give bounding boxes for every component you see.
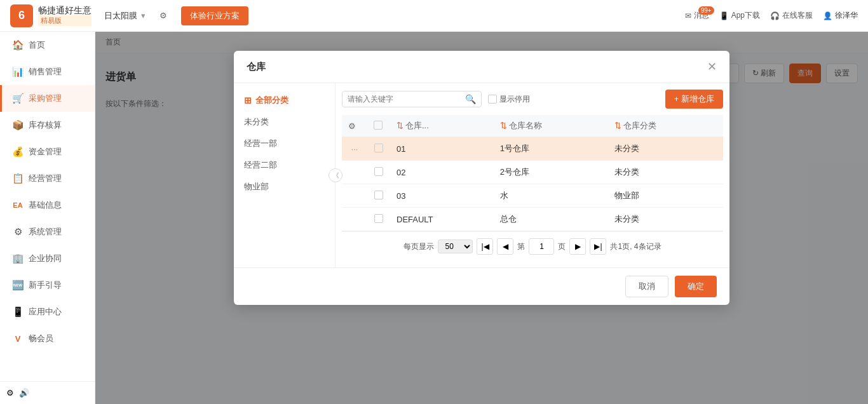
- search-input[interactable]: [348, 95, 465, 104]
- page-unit: 页: [558, 241, 566, 252]
- sidebar-item-vip[interactable]: V 畅会员: [0, 325, 95, 352]
- sidebar-item-operations[interactable]: 📋 经营管理: [0, 165, 95, 192]
- sidebar-item-home[interactable]: 🏠 首页: [0, 32, 95, 58]
- first-page-button[interactable]: |◀: [477, 238, 493, 255]
- vip-icon: V: [12, 333, 24, 344]
- row-checkbox-cell: [367, 208, 390, 231]
- row-category: 物业部: [608, 184, 723, 208]
- sidebar-item-basic[interactable]: EA 基础信息: [0, 192, 95, 219]
- sidebar-item-label: 资金管理: [29, 146, 62, 158]
- sidebar-item-system[interactable]: ⚙ 系统管理: [0, 219, 95, 245]
- row-checkbox[interactable]: [374, 167, 383, 176]
- category-collapse-button[interactable]: 《: [329, 168, 342, 182]
- modal-close-button[interactable]: ✕: [707, 60, 717, 74]
- table-row[interactable]: 02 2号仓库 未分类: [342, 161, 723, 184]
- table-body: ··· 01 1号仓库 未分类 02: [342, 137, 723, 231]
- basic-icon: EA: [12, 199, 24, 211]
- category-item-property[interactable]: 物业部: [234, 176, 335, 198]
- sidebar-item-purchase[interactable]: 🛒 采购管理: [0, 85, 95, 112]
- trial-button[interactable]: 体验行业方案: [181, 6, 248, 25]
- row-num: DEFAULT: [390, 208, 494, 231]
- message-button[interactable]: ✉ 消息 99+: [685, 10, 709, 21]
- modal-footer: 取消 确定: [234, 267, 729, 305]
- category-all-label: 全部分类: [255, 95, 288, 106]
- main-layout: 🏠 首页 📊 销售管理 🛒 采购管理 📦 库存核算 💰 资金管理 📋 经营管理 …: [0, 32, 868, 404]
- category-item-ops1[interactable]: 经营一部: [234, 133, 335, 154]
- store-name: 日太阳膜: [104, 10, 137, 22]
- category-item-unclassified[interactable]: 未分类: [234, 111, 335, 133]
- sidebar-item-app-center[interactable]: 📱 应用中心: [0, 299, 95, 325]
- search-box: 🔍: [342, 91, 482, 107]
- app-download-label: App下载: [731, 10, 760, 21]
- show-disabled-label[interactable]: 显示停用: [488, 94, 530, 105]
- sidebar-item-label: 基础信息: [29, 199, 62, 211]
- sidebar-item-label: 系统管理: [29, 226, 62, 238]
- row-checkbox-cell: [367, 161, 390, 184]
- user-name: 徐泽华: [835, 10, 858, 21]
- home-icon: 🏠: [12, 39, 24, 51]
- settings-bottom-icon[interactable]: ⚙: [6, 388, 14, 398]
- page-size-select[interactable]: 50 20 100: [438, 239, 473, 253]
- headset-icon: 🎧: [770, 11, 780, 20]
- search-icon[interactable]: 🔍: [465, 94, 476, 104]
- store-selector[interactable]: 日太阳膜 ▾: [104, 10, 146, 22]
- table-row[interactable]: ··· 01 1号仓库 未分类: [342, 137, 723, 161]
- sidebar-item-sales[interactable]: 📊 销售管理: [0, 58, 95, 85]
- modal-overlay: 仓库 ✕ ⊞ 全部分类 未分类 经营一部 经营二部 物业部: [95, 32, 868, 404]
- row-checkbox[interactable]: [374, 144, 383, 152]
- mobile-icon: 📱: [12, 306, 24, 318]
- sound-icon[interactable]: 🔊: [19, 388, 29, 398]
- warehouse-table-wrap: ⚙ ⇅仓库... ⇅仓库名称: [342, 115, 723, 231]
- phone-icon: 📱: [719, 11, 729, 20]
- app-download-button[interactable]: 📱 App下载: [719, 10, 760, 21]
- row-dots-menu[interactable]: ···: [351, 144, 358, 154]
- row-name: 1号仓库: [494, 137, 609, 161]
- main-content: 首页 进货单 🖨 印 ⬆ 导出 ↻ 刷新 查询 设置 按以下条件筛选： 仓: [95, 32, 868, 404]
- next-page-button[interactable]: ▶: [569, 238, 586, 255]
- confirm-button[interactable]: 确定: [675, 276, 717, 297]
- box-icon: 📦: [12, 119, 24, 131]
- row-actions: [342, 161, 367, 184]
- money-icon: 💰: [12, 146, 24, 158]
- category-item-ops2[interactable]: 经营二部: [234, 154, 335, 176]
- sidebar-item-finance[interactable]: 💰 资金管理: [0, 138, 95, 165]
- sidebar-item-guide[interactable]: 🆕 新手引导: [0, 272, 95, 299]
- row-actions: [342, 184, 367, 208]
- message-icon: ✉: [685, 11, 691, 20]
- sidebar-item-label: 库存核算: [29, 119, 62, 131]
- settings-gear-button[interactable]: ⚙: [153, 6, 173, 26]
- online-service-button[interactable]: 🎧 在线客服: [770, 10, 813, 21]
- sidebar-item-corp[interactable]: 🏢 企业协同: [0, 245, 95, 272]
- sidebar-item-inventory[interactable]: 📦 库存核算: [0, 112, 95, 138]
- th-checkbox: [367, 115, 390, 137]
- sidebar-item-label: 采购管理: [29, 93, 62, 104]
- table-header: ⚙ ⇅仓库... ⇅仓库名称: [342, 115, 723, 137]
- add-warehouse-button[interactable]: + 新增仓库: [665, 90, 723, 109]
- row-num: 01: [390, 137, 494, 161]
- row-name: 总仓: [494, 208, 609, 231]
- new-icon: 🆕: [12, 279, 24, 291]
- prev-page-button[interactable]: ◀: [497, 238, 513, 255]
- row-actions: ···: [342, 137, 367, 161]
- table-row[interactable]: 03 水 物业部: [342, 184, 723, 208]
- row-category: 未分类: [608, 208, 723, 231]
- sidebar-item-label: 企业协同: [29, 253, 62, 264]
- current-page-input[interactable]: [529, 238, 554, 255]
- show-disabled-checkbox[interactable]: [488, 95, 497, 104]
- cancel-button[interactable]: 取消: [625, 276, 668, 297]
- table-row[interactable]: DEFAULT 总仓 未分类: [342, 208, 723, 231]
- row-checkbox[interactable]: [374, 191, 383, 199]
- brand-info: 畅捷通好生意 精易版: [38, 5, 92, 27]
- page-size-label: 每页显示: [403, 241, 434, 252]
- category-panel: ⊞ 全部分类 未分类 经营一部 经营二部 物业部 《: [234, 83, 336, 267]
- category-all-item[interactable]: ⊞ 全部分类: [234, 90, 335, 111]
- sidebar-item-label: 首页: [29, 39, 45, 51]
- row-checkbox[interactable]: [374, 214, 383, 223]
- row-actions: [342, 208, 367, 231]
- message-badge: 99+: [698, 6, 714, 15]
- last-page-button[interactable]: ▶|: [590, 238, 606, 255]
- user-profile-button[interactable]: 👤 徐泽华: [823, 10, 858, 21]
- sidebar-item-label: 销售管理: [29, 66, 62, 77]
- warehouse-table: ⚙ ⇅仓库... ⇅仓库名称: [342, 115, 723, 231]
- select-all-checkbox[interactable]: [374, 121, 383, 130]
